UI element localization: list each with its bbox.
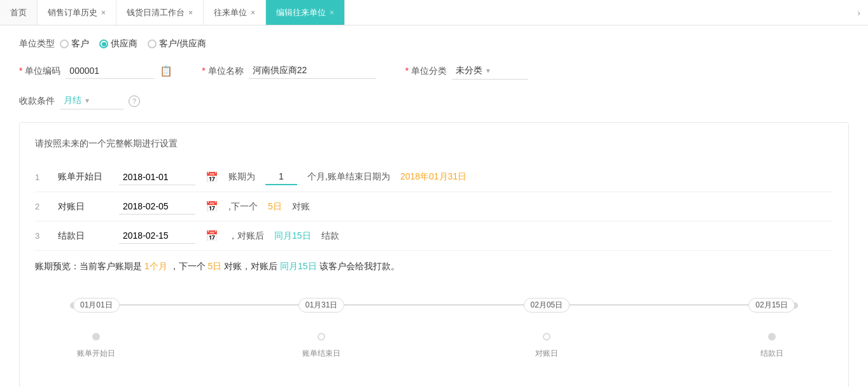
unit-category-value: 未分类 xyxy=(456,65,482,76)
unit-name-label: 单位名称 xyxy=(202,66,243,77)
main-content: 单位类型 客户 供应商 客户/供应商 单位编码 📋 xyxy=(0,25,868,387)
period-start-date-input[interactable] xyxy=(119,169,195,185)
period-row-2: 2 对账日 📅 ,下一个 5日 对账 xyxy=(35,192,833,222)
preview-part2-sep: 对账，对账后 xyxy=(224,261,277,271)
radio-both-label: 客户/供应商 xyxy=(159,38,206,50)
preview-label: 账期预览：当前客户账期是 xyxy=(35,261,142,271)
preview-part2: 5日 xyxy=(207,261,221,271)
period-suffix-pre-3: ，对账后 xyxy=(228,230,264,242)
card-title: 请按照未来的一个完整帐期进行设置 xyxy=(35,138,833,150)
timeline-sub-4: 结款日 xyxy=(760,348,783,359)
payment-term-field: 收款条件 月结 ▾ ? xyxy=(19,92,140,109)
period-suffix-pre-1: 账期为 xyxy=(228,171,255,183)
preview-section: 账期预览：当前客户账期是 1个月 ，下一个 5日 对账，对账后 同月15日 该客… xyxy=(35,251,833,387)
period-label-3: 结款日 xyxy=(58,230,109,242)
timeline-point-1: 01月01日 账单开始日 xyxy=(73,298,120,359)
unit-code-input[interactable] xyxy=(66,63,155,79)
tab-counterpart[interactable]: 往来单位 × xyxy=(204,0,266,25)
payment-term-dropdown[interactable]: 月结 ▾ xyxy=(60,92,123,109)
timeline-dot-3 xyxy=(543,333,550,341)
unit-code-calendar-icon[interactable]: 📋 xyxy=(160,65,172,77)
preview-part3-suffix: 该客户会给我打款。 xyxy=(319,261,400,271)
unit-name-field: 单位名称 xyxy=(202,63,375,79)
period-highlight-3: 同月15日 xyxy=(274,230,311,242)
preview-part1: 1个月 xyxy=(144,261,167,271)
radio-both[interactable]: 客户/供应商 xyxy=(148,38,206,50)
unit-type-row: 单位类型 客户 供应商 客户/供应商 xyxy=(19,38,849,50)
tab-home[interactable]: 首页 xyxy=(0,0,38,25)
tab-edit-counterpart[interactable]: 编辑往来单位 × xyxy=(266,0,345,25)
unit-code-label: 单位编码 xyxy=(19,66,60,77)
radio-supplier[interactable]: 供应商 xyxy=(99,38,137,50)
timeline-point-3: 02月05日 对账日 xyxy=(524,298,570,359)
tab-cash-work[interactable]: 钱货日清工作台 × xyxy=(116,0,204,25)
unit-code-field: 单位编码 📋 xyxy=(19,63,172,79)
period-reconcile-date-input[interactable] xyxy=(119,199,195,215)
close-tab-edit-counterpart[interactable]: × xyxy=(330,8,334,17)
timeline-sub-3: 对账日 xyxy=(535,348,558,359)
timeline-dot-1 xyxy=(92,333,100,341)
unit-category-field: 单位分类 未分类 ▾ xyxy=(405,62,528,80)
radio-customer[interactable]: 客户 xyxy=(60,38,89,50)
close-tab-sales-history[interactable]: × xyxy=(101,8,106,17)
period-num-3: 3 xyxy=(35,231,48,241)
payment-term-help-icon[interactable]: ? xyxy=(129,95,140,107)
timeline-badge-4: 02月15日 xyxy=(748,298,795,313)
timeline-dot-4 xyxy=(768,333,776,341)
period-highlight-2: 5日 xyxy=(268,201,282,213)
unit-category-arrow-icon: ▾ xyxy=(486,66,490,75)
payment-term-value: 月结 xyxy=(64,95,81,106)
unit-category-dropdown[interactable]: 未分类 ▾ xyxy=(452,62,528,80)
payment-term-row: 收款条件 月结 ▾ ? xyxy=(19,92,849,109)
payment-term-arrow-icon: ▾ xyxy=(85,96,89,105)
period-row-1: 1 账单开始日 📅 账期为 个月,账单结束日期为 2018年01月31日 xyxy=(35,162,833,192)
close-tab-cash-work[interactable]: × xyxy=(188,8,193,17)
period-start-calendar-icon[interactable]: 📅 xyxy=(206,171,218,183)
preview-text: 账期预览：当前客户账期是 1个月 ，下一个 5日 对账，对账后 同月15日 该客… xyxy=(35,261,833,272)
radio-customer-circle xyxy=(60,39,69,48)
timeline-point-2: 01月31日 账单结束日 xyxy=(298,298,345,359)
period-payment-calendar-icon[interactable]: 📅 xyxy=(206,230,218,242)
period-settings-card: 请按照未来的一个完整帐期进行设置 1 账单开始日 📅 账期为 个月,账单结束日期… xyxy=(19,122,849,387)
timeline-badge-2: 01月31日 xyxy=(298,298,345,313)
period-month-input[interactable] xyxy=(265,169,297,185)
tab-scroll-right[interactable]: › xyxy=(850,0,868,25)
close-tab-counterpart[interactable]: × xyxy=(251,8,255,17)
period-suffix-post-2: 对账 xyxy=(292,201,310,213)
payment-term-label: 收款条件 xyxy=(19,95,55,107)
period-suffix-post-1: 个月,账单结束日期为 xyxy=(307,171,390,183)
timeline: 01月01日 账单开始日 01月31日 账单结束日 02月05日 对账日 xyxy=(35,285,833,384)
unit-category-label: 单位分类 xyxy=(405,66,447,77)
period-end-highlight-1: 2018年01月31日 xyxy=(400,171,466,183)
period-num-2: 2 xyxy=(35,202,48,211)
unit-type-field: 单位类型 客户 供应商 客户/供应商 xyxy=(19,38,206,50)
radio-both-circle xyxy=(148,39,157,48)
tab-sales-history[interactable]: 销售订单历史 × xyxy=(38,0,116,25)
timeline-sub-1: 账单开始日 xyxy=(77,348,115,359)
preview-part3: 同月15日 xyxy=(280,261,317,271)
unit-name-input[interactable] xyxy=(249,63,376,79)
tab-bar: 首页 销售订单历史 × 钱货日清工作台 × 往来单位 × 编辑往来单位 × › xyxy=(0,0,868,25)
timeline-points: 01月01日 账单开始日 01月31日 账单结束日 02月05日 对账日 xyxy=(35,298,833,359)
radio-supplier-circle xyxy=(99,39,108,48)
unit-type-radio-group: 客户 供应商 客户/供应商 xyxy=(60,38,206,50)
preview-part1-sep: ，下一个 xyxy=(170,261,206,271)
timeline-point-4: 02月15日 结款日 xyxy=(748,298,795,359)
timeline-badge-1: 01月01日 xyxy=(73,298,120,313)
timeline-sub-2: 账单结束日 xyxy=(302,348,340,359)
period-payment-date-input[interactable] xyxy=(119,228,195,244)
period-suffix-pre-2: ,下一个 xyxy=(228,201,258,213)
radio-customer-label: 客户 xyxy=(71,38,89,50)
period-suffix-post-3: 结款 xyxy=(321,230,339,242)
period-reconcile-calendar-icon[interactable]: 📅 xyxy=(206,201,218,213)
period-row-3: 3 结款日 📅 ，对账后 同月15日 结款 xyxy=(35,222,833,251)
period-label-2: 对账日 xyxy=(58,201,109,213)
period-num-1: 1 xyxy=(35,172,48,182)
timeline-badge-3: 02月05日 xyxy=(524,298,570,313)
unit-type-label: 单位类型 xyxy=(19,38,55,50)
timeline-dot-2 xyxy=(318,333,325,341)
period-label-1: 账单开始日 xyxy=(58,171,109,183)
radio-supplier-label: 供应商 xyxy=(111,38,137,50)
unit-info-row: 单位编码 📋 单位名称 单位分类 未分类 ▾ xyxy=(19,62,849,80)
